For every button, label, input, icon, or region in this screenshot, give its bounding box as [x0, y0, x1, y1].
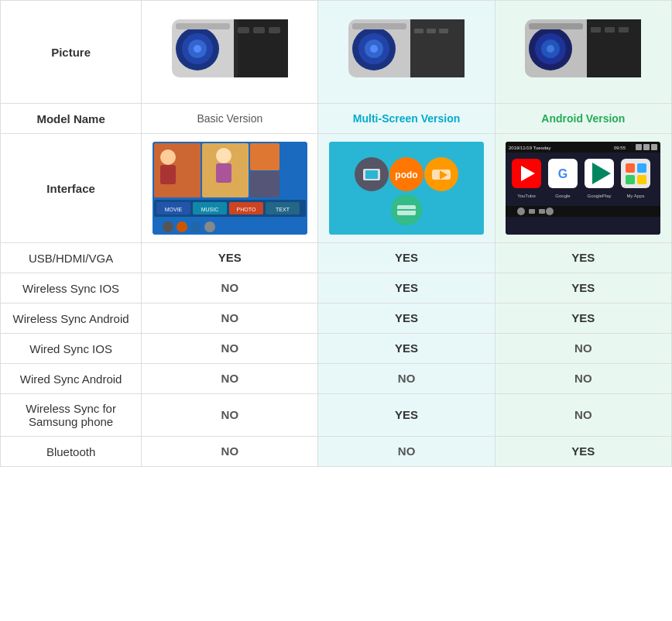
wireless-ios-android: YES [495, 273, 671, 304]
android-interface-svg: 2019/11/19 Tuesday 09:55 YouTube G Googl… [506, 142, 660, 235]
svg-rect-83 [637, 163, 646, 173]
wired-android-android-value: NO [574, 372, 592, 385]
interface-label: Interface [1, 134, 142, 243]
wireless-android-row: Wireless Sync Android NO YES YES [1, 304, 672, 334]
bluetooth-multi: NO [318, 437, 495, 467]
interface-android: 2019/11/19 Tuesday 09:55 YouTube G Googl… [495, 134, 671, 243]
svg-rect-70 [643, 144, 650, 150]
svg-rect-92 [583, 219, 660, 235]
usb-multi: YES [318, 243, 495, 273]
svg-rect-7 [176, 23, 230, 29]
svg-rect-82 [626, 163, 635, 173]
svg-rect-85 [637, 175, 646, 184]
wireless-android-android: YES [495, 304, 671, 334]
wireless-android-label-text: Wireless Sync Android [13, 312, 129, 325]
wireless-samsung-label: Wireless Sync for Samsung phone [1, 394, 142, 437]
svg-rect-18 [414, 29, 423, 33]
wireless-android-basic: NO [142, 304, 318, 334]
svg-point-45 [163, 221, 173, 232]
model-name-label: Model Name [1, 104, 142, 134]
svg-rect-10 [269, 27, 280, 33]
wireless-samsung-basic: NO [142, 394, 318, 437]
svg-point-16 [370, 45, 378, 53]
svg-rect-52 [216, 163, 231, 183]
model-name-android: Android Version [495, 104, 671, 134]
svg-text:TEXT: TEXT [276, 207, 290, 212]
wireless-android-label: Wireless Sync Android [1, 304, 142, 334]
picture-basic [142, 1, 318, 104]
picture-android [495, 1, 671, 104]
wireless-ios-basic-value: NO [221, 281, 239, 294]
wireless-ios-label-text: Wireless Sync IOS [22, 282, 119, 295]
wired-ios-row: Wired Sync IOS NO YES NO [1, 334, 672, 364]
svg-text:PHOTO: PHOTO [236, 207, 255, 212]
svg-rect-27 [529, 23, 583, 29]
wireless-ios-multi-value: YES [395, 281, 418, 294]
svg-rect-12 [410, 19, 465, 77]
bluetooth-basic-value: NO [221, 444, 239, 458]
wireless-ios-basic: NO [142, 273, 318, 304]
model-name-multi: Multi-Screen Version [318, 104, 495, 134]
projector-multi-img [345, 12, 468, 89]
svg-text:G: G [558, 167, 567, 180]
svg-text:My Apps: My Apps [627, 194, 645, 198]
wireless-ios-multi: YES [318, 273, 495, 304]
basic-interface-svg: MOVIE MUSIC PHOTO TEXT [153, 142, 307, 235]
wired-android-label-text: Wired Sync Android [20, 372, 122, 386]
projector-basic-img [168, 12, 292, 89]
svg-text:MUSIC: MUSIC [201, 207, 219, 212]
svg-rect-8 [238, 27, 249, 33]
interface-android-img: 2019/11/19 Tuesday 09:55 YouTube G Googl… [506, 142, 660, 235]
wired-ios-label: Wired Sync IOS [1, 334, 142, 364]
wireless-samsung-basic-value: NO [221, 408, 239, 421]
picture-multi [318, 1, 495, 104]
svg-rect-17 [352, 23, 406, 29]
svg-rect-35 [250, 171, 279, 197]
wired-android-basic-value: NO [221, 372, 239, 385]
usb-row: USB/HDMI/VGA YES YES YES [1, 243, 672, 273]
svg-rect-64 [397, 209, 416, 211]
svg-text:09:55: 09:55 [614, 146, 626, 150]
wireless-android-android-value: YES [571, 311, 595, 324]
svg-rect-28 [591, 27, 601, 33]
picture-label-text: Picture [51, 46, 91, 59]
wired-ios-android: NO [495, 334, 671, 364]
wireless-samsung-row: Wireless Sync for Samsung phone NO YES N… [1, 394, 672, 437]
wired-ios-basic-value: NO [221, 341, 239, 355]
wireless-ios-row: Wireless Sync IOS NO YES YES [1, 273, 672, 304]
wired-android-multi-value: NO [398, 372, 416, 385]
svg-text:2019/11/19 Tuesday: 2019/11/19 Tuesday [509, 146, 550, 150]
svg-text:podo: podo [395, 170, 417, 180]
wireless-ios-android-value: YES [571, 281, 595, 294]
svg-rect-71 [651, 144, 657, 150]
svg-point-47 [190, 221, 201, 232]
model-name-basic: Basic Version [142, 104, 318, 134]
wired-ios-multi-value: YES [395, 341, 418, 355]
wireless-samsung-multi: YES [318, 394, 495, 437]
multi-interface-svg: podo [329, 142, 484, 235]
wired-android-label: Wired Sync Android [1, 364, 142, 394]
svg-point-88 [517, 208, 525, 215]
wired-ios-basic: NO [142, 334, 318, 364]
picture-label: Picture [1, 1, 142, 104]
wired-android-multi: NO [318, 364, 495, 394]
bluetooth-basic: NO [142, 437, 318, 467]
svg-text:YouTube: YouTube [518, 194, 537, 198]
wired-android-row: Wired Sync Android NO NO NO [1, 364, 672, 394]
bluetooth-label: Bluetooth [1, 437, 142, 467]
usb-android: YES [495, 243, 671, 273]
svg-text:MOVIE: MOVIE [165, 207, 183, 212]
bluetooth-multi-value: NO [398, 444, 416, 458]
svg-point-48 [204, 221, 215, 232]
svg-rect-30 [619, 27, 629, 33]
wired-android-basic: NO [142, 364, 318, 394]
model-name-label-text: Model Name [36, 112, 105, 125]
interface-multi-img: podo [329, 142, 484, 235]
svg-rect-19 [427, 29, 436, 33]
usb-label: USB/HDMI/VGA [1, 243, 142, 273]
svg-point-6 [194, 45, 201, 53]
bluetooth-row: Bluetooth NO NO YES [1, 437, 672, 467]
interface-basic: MOVIE MUSIC PHOTO TEXT [142, 134, 318, 243]
interface-label-text: Interface [46, 182, 95, 195]
android-version-text: Android Version [541, 112, 625, 125]
